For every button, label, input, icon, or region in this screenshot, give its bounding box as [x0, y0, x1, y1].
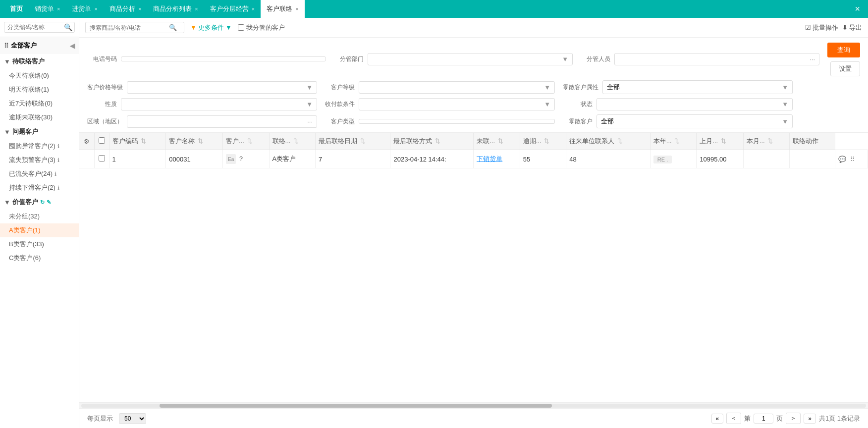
filter-input-person[interactable]: ··· [614, 53, 819, 65]
horizontal-scroll[interactable] [79, 402, 868, 408]
filter-cell-phone: 电话号码 [87, 55, 326, 63]
next-page-button[interactable]: ＞ [786, 413, 801, 424]
nav-tab-customer-mgmt-close[interactable]: × [252, 6, 255, 12]
sidebar-item-abnormal[interactable]: 囤购异常客户(2) ℹ [0, 139, 79, 153]
page-number-input[interactable] [754, 414, 773, 424]
col-last-month[interactable]: 上月... ⇅ [697, 133, 744, 150]
filter-select-scatter[interactable]: 全部 ▼ [597, 114, 793, 128]
col-overdue-sort-icon: ⇅ [544, 137, 549, 145]
row-level-cell: A类客户 [269, 150, 315, 168]
bottom-bar: 每页显示 50 100 200 « ＜ 第 页 ＞ » 共1页 1条记录 [79, 408, 868, 428]
filter-select-customer-level[interactable]: ▼ [359, 81, 555, 94]
col-overdue[interactable]: 逾期... ⇅ [520, 133, 566, 150]
top-nav: 首页 销货单 × 进货单 × 商品分析 × 商品分析列表 × 客户分层经营 × … [0, 0, 868, 18]
filter-select-price-level[interactable]: ▼ [127, 81, 317, 94]
row-last-month-cell [743, 150, 789, 168]
nav-tab-customer-mgmt[interactable]: 客户分层经营 × [204, 0, 261, 18]
search-input[interactable] [90, 24, 169, 31]
filter-select-scatter-attr[interactable]: 全部 ▼ [602, 80, 793, 94]
filter-select-payment[interactable]: ▼ [359, 98, 555, 110]
nav-tab-purchase[interactable]: 进货单 × [66, 0, 103, 18]
col-name[interactable]: 客户名称 ⇅ [166, 133, 223, 150]
nav-tab-analysis[interactable]: 商品分析 × [104, 0, 147, 18]
filter-dept-arrow-icon: ▼ [562, 55, 568, 63]
col-code[interactable]: 客户编码 ⇅ [109, 133, 166, 150]
sidebar-item-churn-warning[interactable]: 流失预警客户(3) ℹ [0, 153, 79, 167]
sidebar-item-week-pending[interactable]: 近7天待联络(0) [0, 97, 79, 110]
col-year-amount[interactable]: 本年... ⇅ [650, 133, 696, 150]
nav-tab-analysis-list-close[interactable]: × [195, 6, 198, 12]
sidebar-item-class-a[interactable]: A类客户(1) [0, 223, 79, 237]
scroll-thumb[interactable] [160, 404, 552, 408]
export-button[interactable]: ⬇ 导出 [842, 23, 862, 32]
sidebar-item-declining[interactable]: 持续下滑客户(2) ℹ [0, 181, 79, 195]
col-last-contact-date[interactable]: 最后联络日期 ⇅ [316, 133, 390, 150]
sidebar-search-icon[interactable]: 🔍 [64, 23, 72, 31]
action-message-icon[interactable]: 💬 [838, 156, 846, 163]
filter-scatter-attr-value: 全部 [607, 83, 620, 92]
row-last-contact-method-cell[interactable]: 下销货单 [474, 150, 520, 168]
col-settings[interactable]: ⚙ [79, 133, 94, 150]
filter-input-customer-type[interactable] [359, 119, 555, 124]
nav-tab-customer-contact-close[interactable]: × [295, 6, 298, 12]
value-refresh-icon[interactable]: ↻ [40, 199, 45, 206]
my-customer-checkbox[interactable] [238, 24, 244, 31]
first-page-button[interactable]: « [711, 414, 724, 424]
per-page-select[interactable]: 50 100 200 [119, 413, 146, 424]
sidebar-section-problem[interactable]: ▼ 问题客户 [0, 124, 79, 139]
nav-tab-analysis-close[interactable]: × [138, 6, 141, 12]
sidebar-item-overdue-pending[interactable]: 逾期未联络(30) [0, 110, 79, 124]
filter-cell-status: 状态 ▼ [563, 98, 793, 110]
action-more-icon[interactable]: ⠿ [850, 156, 855, 163]
query-button[interactable]: 查询 [827, 43, 860, 57]
nav-tab-sales-close[interactable]: × [57, 6, 60, 12]
last-page-button[interactable]: » [804, 414, 816, 424]
col-uncontacted[interactable]: 未联... ⇅ [474, 133, 520, 150]
row-checkbox[interactable] [99, 155, 105, 161]
filter-input-region[interactable]: ··· [127, 115, 317, 128]
col-checkbox[interactable] [94, 133, 109, 150]
sidebar-item-today-pending[interactable]: 今天待联络(0) [0, 69, 79, 83]
page-label: 第 [744, 414, 751, 423]
nav-tab-sales[interactable]: 销货单 × [29, 0, 66, 18]
sidebar-item-ungrouped[interactable]: 未分组(32) [0, 210, 79, 223]
filter-select-dept[interactable]: ▼ [368, 53, 573, 65]
sidebar-item-class-b[interactable]: B类客户(33) [0, 237, 79, 251]
nav-tab-analysis-list[interactable]: 商品分析列表 × [147, 0, 204, 18]
filter-cell-customer-level: 客户等级 ▼ [325, 81, 555, 94]
churn-warning-label: 流失预警客户(3) [9, 156, 55, 164]
sidebar-item-tomorrow-pending[interactable]: 明天待联络(1) [0, 83, 79, 97]
row-company-contact-cell: RE . [650, 150, 696, 168]
close-all-button[interactable]: × [851, 4, 864, 14]
sidebar-collapse-button[interactable]: ◀ [70, 42, 75, 50]
search-bar-icon[interactable]: 🔍 [169, 24, 177, 31]
sidebar-section-value[interactable]: ▼ 价值客户 ↻ ✎ [0, 195, 79, 210]
value-edit-icon[interactable]: ✎ [47, 199, 51, 206]
nav-tab-home[interactable]: 首页 [4, 0, 29, 18]
batch-op-button[interactable]: ☑ 批量操作 [805, 23, 838, 32]
my-customer-checkbox-label[interactable]: 我分管的客户 [238, 23, 285, 32]
nav-tab-customer-contact[interactable]: 客户联络 × [261, 0, 304, 18]
col-company-contact[interactable]: 往来单位联系人 ⇅ [566, 133, 651, 150]
col-this-month[interactable]: 本月... ⇅ [743, 133, 789, 150]
filter-select-status[interactable]: ▼ [597, 98, 793, 110]
select-all-checkbox[interactable] [99, 137, 105, 144]
filter-input-phone[interactable] [121, 56, 326, 61]
col-last-contact-method[interactable]: 最后联络方式 ⇅ [390, 133, 474, 150]
row-checkbox-cell[interactable] [94, 150, 109, 168]
filter-more-button[interactable]: ▼ 更多条件 ▼ [190, 23, 232, 32]
col-level[interactable]: 客户... ⇅ [223, 133, 269, 150]
filter-row-4: 区域（地区） ··· 客户类型 零散客户 全部 ▼ [87, 114, 860, 128]
sidebar-item-class-c[interactable]: C类客户(6) [0, 251, 79, 265]
prev-page-button[interactable]: ＜ [726, 413, 741, 424]
nav-tab-purchase-close[interactable]: × [94, 6, 97, 12]
sidebar-all-customers-header[interactable]: ⠿ 全部客户 ◀ [0, 37, 79, 54]
grid-icon: ⠿ [4, 42, 9, 50]
filter-row-2: 客户价格等级 ▼ 客户等级 ▼ 零散客户属性 全部 [87, 80, 860, 94]
last-contact-method-link[interactable]: 下销货单 [477, 155, 502, 162]
col-contact-count[interactable]: 联络... ⇅ [269, 133, 315, 150]
sidebar-section-pending[interactable]: ▼ 待联络客户 [0, 54, 79, 69]
filter-select-nature[interactable]: ▼ [121, 98, 317, 110]
settings-button[interactable]: 设置 [830, 61, 860, 76]
sidebar-item-churned[interactable]: 已流失客户(24) ℹ [0, 167, 79, 181]
